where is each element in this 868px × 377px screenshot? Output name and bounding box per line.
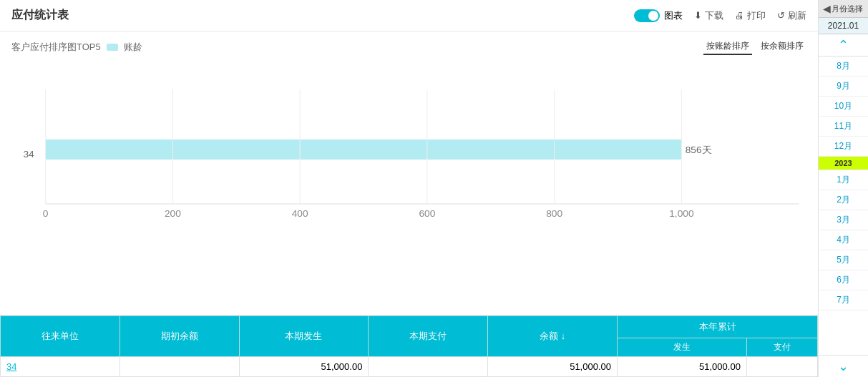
sidebar-collapse-icon[interactable]: ◀ [823,3,831,14]
print-button[interactable]: 🖨 打印 [735,9,766,22]
month-item[interactable]: 5月 [819,250,868,270]
chart-section: 客户应付排序图TOP5 账龄 按账龄排序 按余额排序 34 856天 [0,31,818,315]
chart-header: 客户应付排序图TOP5 账龄 按账龄排序 按余额排序 [11,39,806,55]
month-item[interactable]: 7月 [819,290,868,310]
svg-rect-1 [46,139,682,160]
toggle-label: 图表 [664,9,683,22]
cell-ytd-occur: 51,000.00 [618,357,747,377]
svg-text:0: 0 [43,208,49,219]
chart-toggle[interactable] [634,9,660,22]
refresh-icon: ↺ [777,10,785,21]
month-item[interactable]: 11月 [819,117,868,137]
month-list: 8月9月10月11月12月20231月2月3月4月5月6月7月 [819,57,868,355]
svg-text:1,000: 1,000 [669,208,693,219]
data-table: 往来单位 期初余额 本期发生 本期支付 余额 ↓ 本年累计 发生 支付 [0,315,818,377]
scroll-down-button[interactable]: ⌄ [819,355,868,377]
cell-ytd-pay [746,357,817,377]
legend-color-label: 账龄 [124,41,142,54]
legend-color-box [107,44,118,51]
svg-text:400: 400 [292,208,308,219]
month-item[interactable]: 8月 [819,57,868,77]
cell-balance: 51,000.00 [488,357,618,377]
col-current-pay: 本期支付 [369,316,488,357]
col-ytd-header: 本年累计 [618,316,818,338]
sidebar-header: ◀ 月份选择 [819,0,868,18]
month-item[interactable]: 2月 [819,190,868,210]
col-current-occur: 本期发生 [239,316,369,357]
sort-by-amount-btn[interactable]: 按余额排序 [758,39,806,55]
print-label: 打印 [747,9,766,22]
cell-opening [120,357,239,377]
col-balance: 余额 ↓ [488,316,618,357]
cell-current-occur: 51,000.00 [239,357,369,377]
legend-label: 客户应付排序图TOP5 [11,41,101,54]
table-row: 34 51,000.00 51,000.00 51,000.00 [1,357,818,377]
download-button[interactable]: ⬇ 下载 [694,9,723,22]
col-opening-balance: 期初余额 [120,316,239,357]
chart-toggle-container[interactable]: 图表 [634,9,683,22]
month-item[interactable]: 9月 [819,77,868,97]
col-ytd-occur: 发生 [618,338,747,357]
cell-unit[interactable]: 34 [1,357,120,377]
year-badge: 2023 [819,157,868,170]
svg-text:34: 34 [23,149,34,160]
col-incoming-unit: 往来单位 [1,316,120,357]
refresh-button[interactable]: ↺ 刷新 [777,9,806,22]
table-section: 往来单位 期初余额 本期发生 本期支付 余额 ↓ 本年累计 发生 支付 [0,315,818,377]
month-item[interactable]: 10月 [819,97,868,117]
svg-text:856天: 856天 [686,145,711,155]
sidebar-title: 月份选择 [831,4,864,14]
scroll-up-button[interactable]: ⌃ [819,34,868,57]
download-label: 下载 [705,9,723,22]
col-ytd-pay: 支付 [746,338,817,357]
chart-legend: 客户应付排序图TOP5 账龄 [11,41,142,54]
refresh-label: 刷新 [788,9,806,22]
month-item[interactable]: 3月 [819,210,868,230]
month-item[interactable]: 1月 [819,170,868,190]
page-title: 应付统计表 [11,8,69,23]
table-header-row-1: 往来单位 期初余额 本期发生 本期支付 余额 ↓ 本年累计 [1,316,818,338]
bar-chart: 34 856天 0 200 400 600 800 1,000 [11,61,806,247]
table-body: 34 51,000.00 51,000.00 51,000.00 [1,357,818,377]
svg-text:600: 600 [419,208,435,219]
header-actions: 图表 ⬇ 下载 🖨 打印 ↺ 刷新 [634,9,806,22]
chart-sort-buttons: 按账龄排序 按余额排序 [703,39,806,55]
chart-wrapper: 34 856天 0 200 400 600 800 1,000 [11,61,806,308]
sort-by-balance-btn[interactable]: 按账龄排序 [703,39,752,55]
cell-current-pay [369,357,488,377]
right-sidebar: ◀ 月份选择 2021.01 ⌃ 8月9月10月11月12月20231月2月3月… [818,0,868,377]
month-item[interactable]: 6月 [819,270,868,290]
download-icon: ⬇ [694,10,702,21]
month-item[interactable]: 4月 [819,230,868,250]
toggle-thumb [648,11,658,21]
print-icon: 🖨 [735,10,744,21]
month-item[interactable]: 12月 [819,137,868,157]
svg-text:800: 800 [546,208,562,219]
sidebar-year-input[interactable]: 2021.01 [819,18,868,34]
page-header: 应付统计表 图表 ⬇ 下载 🖨 打印 ↺ 刷新 [0,0,818,31]
svg-text:200: 200 [165,208,181,219]
